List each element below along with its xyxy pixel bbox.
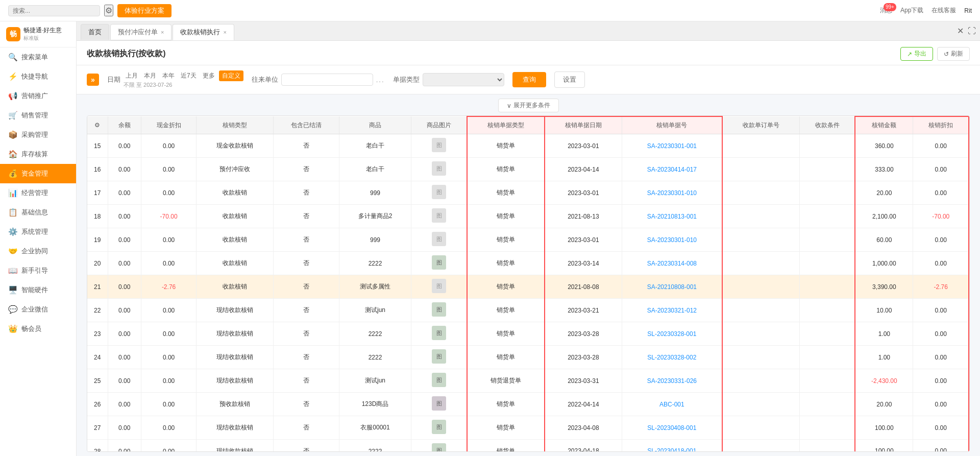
sidebar-item-search[interactable]: 🔍 搜索菜单 (0, 47, 76, 67)
col-cash-discount: 现金折扣 (141, 116, 197, 134)
export-button[interactable]: ↗ 导出 (900, 47, 933, 61)
sidebar-item-member[interactable]: 👑 畅会员 (0, 319, 76, 339)
sidebar-item-marketing[interactable]: 📢 营销推广 (0, 86, 76, 106)
cell-id: 20 (87, 252, 108, 275)
cell-goods-img: 图 (411, 369, 467, 393)
date-btn-more[interactable]: 更多 (201, 70, 217, 81)
tab-prepay[interactable]: 预付冲应付单 × (110, 24, 172, 40)
col-settings-icon: ⚙ (94, 122, 100, 129)
table-row: 24 0.00 0.00 现结收款核销 否 2222 图 销货单 2023-03… (87, 346, 969, 369)
refresh-button[interactable]: ↺ 刷新 (937, 47, 970, 61)
cell-receipt-order-no (722, 134, 799, 158)
cell-cancel-bill-type: 销货单 (467, 228, 545, 252)
tab-maximize-icon[interactable]: ⛶ (968, 27, 976, 36)
cell-goods-img: 图 (411, 299, 467, 322)
cell-cancel-bill-no[interactable]: SA-20230301-010 (622, 181, 722, 205)
cancel-bill-no-link[interactable]: SA-20230301-010 (647, 236, 697, 244)
sidebar-item-basic[interactable]: 📋 基础信息 (0, 203, 76, 222)
cancel-bill-no-link[interactable]: SA-20230331-026 (647, 377, 697, 385)
settings-icon[interactable]: ⚙ (104, 5, 113, 16)
date-btn-7days[interactable]: 近7天 (179, 70, 199, 81)
cancel-bill-no-link[interactable]: SA-20210808-001 (647, 283, 697, 291)
cancel-bill-no-link[interactable]: SL-20230408-001 (647, 424, 696, 431)
cell-cancel-bill-no[interactable]: SA-20230301-001 (622, 134, 722, 158)
cell-include-settled: 否 (273, 416, 339, 440)
sidebar-item-enterprise[interactable]: 🤝 企业协同 (0, 242, 76, 261)
cell-cancel-bill-no[interactable]: SL-20230408-001 (622, 416, 722, 440)
cancel-bill-no-link[interactable]: SA-20230301-001 (647, 142, 697, 150)
sidebar-item-business[interactable]: 📊 经营管理 (0, 183, 76, 203)
cancel-bill-no-link[interactable]: SL-20230328-001 (647, 330, 696, 338)
cell-cancel-bill-no[interactable]: SA-20230414-017 (622, 158, 722, 181)
cell-cancel-bill-no[interactable]: SL-20230418-001 (622, 440, 722, 452)
sidebar-item-shortcut[interactable]: ⚡ 快捷导航 (0, 67, 76, 86)
sidebar: 畅 畅捷通·好生意 标准版 🔍 搜索菜单 ⚡ 快捷导航 📢 营销推广 🛒 销售管… (0, 21, 77, 456)
message-icon[interactable]: 消息 99+ (880, 6, 892, 15)
cell-receipt-order-no (722, 393, 799, 416)
cell-cancel-bill-no[interactable]: ABC-001 (622, 393, 722, 416)
sidebar-item-hardware[interactable]: 🖥️ 智能硬件 (0, 280, 76, 300)
table-row: 28 0.00 0.00 现结收款核销 否 2222 图 销货单 2023-04… (87, 440, 969, 452)
cell-include-settled: 否 (273, 299, 339, 322)
cell-cancel-bill-no[interactable]: SA-20230321-012 (622, 299, 722, 322)
setting-button[interactable]: 设置 (554, 71, 585, 88)
date-options: 上月 本月 本年 近7天 更多 自定义 不限 至 2023-07-26 (124, 70, 243, 89)
app-download-link[interactable]: App下载 (900, 6, 923, 15)
tab-cancel-exec-close[interactable]: × (223, 29, 226, 35)
sidebar-item-purchase[interactable]: 📦 采购管理 (0, 125, 76, 145)
query-button[interactable]: 查询 (512, 72, 546, 87)
cell-cancel-bill-no[interactable]: SA-20230314-008 (622, 252, 722, 275)
cell-goods: 老白干 (339, 158, 411, 181)
online-service-link[interactable]: 在线客服 (932, 6, 956, 15)
sidebar-label-search: 搜索菜单 (21, 53, 48, 62)
sidebar-item-finance[interactable]: 💰 资金管理 (0, 164, 76, 183)
cancel-bill-no-link[interactable]: SA-20230301-010 (647, 189, 697, 197)
cell-cancel-bill-type: 销货单 (467, 158, 545, 181)
date-btn-last-month[interactable]: 上月 (124, 70, 140, 81)
cell-cash-discount: 0.00 (141, 369, 197, 393)
cancel-bill-no-link[interactable]: SA-20230321-012 (647, 307, 697, 314)
cell-cash-discount: 0.00 (141, 440, 197, 452)
sidebar-item-guide[interactable]: 📖 新手引导 (0, 261, 76, 280)
cell-cancel-bill-no[interactable]: SA-20210808-001 (622, 275, 722, 299)
from-unit-input[interactable] (281, 74, 373, 86)
tab-home[interactable]: 首页 (81, 24, 109, 40)
purchase-icon: 📦 (8, 130, 17, 139)
page-title: 收款核销执行(按收款) (87, 49, 166, 59)
search-input[interactable] (8, 5, 100, 16)
cell-cancel-amount: 3,390.00 (855, 275, 913, 299)
tab-cancel-exec[interactable]: 收款核销执行 × (173, 24, 234, 40)
cell-cancel-bill-date: 2023-04-08 (545, 416, 622, 440)
cell-cancel-bill-date: 2023-03-28 (545, 322, 622, 346)
top-bar: ⚙ 体验行业方案 消息 99+ App下载 在线客服 Rit (0, 0, 980, 21)
sidebar-item-inventory[interactable]: 🏠 库存核算 (0, 145, 76, 164)
cell-cancel-bill-no[interactable]: SA-20230301-010 (622, 228, 722, 252)
expand-chevron-icon: ∨ (507, 102, 511, 109)
tab-prepay-close[interactable]: × (161, 29, 164, 35)
sidebar-item-system[interactable]: ⚙️ 系统管理 (0, 222, 76, 242)
cancel-bill-no-link[interactable]: SL-20230328-002 (647, 354, 696, 361)
cell-cancel-bill-no[interactable]: SL-20230328-001 (622, 322, 722, 346)
date-btn-this-month[interactable]: 本月 (142, 70, 158, 81)
cell-cash-discount: 0.00 (141, 416, 197, 440)
cancel-bill-no-link[interactable]: ABC-001 (659, 401, 684, 408)
date-btn-custom[interactable]: 自定义 (219, 70, 243, 81)
cancel-bill-no-link[interactable]: SL-20230418-001 (647, 447, 696, 452)
cell-cancel-bill-no[interactable]: SL-20230328-002 (622, 346, 722, 369)
cancel-bill-no-link[interactable]: SA-20210813-001 (647, 213, 697, 220)
cancel-bill-no-link[interactable]: SA-20230314-008 (647, 260, 697, 267)
cancel-bill-no-link[interactable]: SA-20230414-017 (647, 166, 697, 173)
cell-cancel-bill-no[interactable]: SA-20210813-001 (622, 205, 722, 228)
solution-button[interactable]: 体验行业方案 (117, 4, 172, 17)
bill-type-select[interactable] (423, 73, 504, 86)
filter-bill-type-group: 单据类型 (393, 73, 504, 86)
expand-conditions-button[interactable]: ∨ 展开更多条件 (498, 99, 559, 112)
col-gear[interactable]: ⚙ (87, 116, 108, 134)
sidebar-item-wechat[interactable]: 💬 企业微信 (0, 300, 76, 319)
tab-close-all-icon[interactable]: ✕ (957, 26, 964, 36)
svg-text:图: 图 (436, 353, 442, 359)
filter-expand-button[interactable]: » (87, 74, 99, 86)
sidebar-item-sales[interactable]: 🛒 销售管理 (0, 106, 76, 125)
cell-cancel-bill-no[interactable]: SA-20230331-026 (622, 369, 722, 393)
date-btn-this-year[interactable]: 本年 (160, 70, 177, 81)
